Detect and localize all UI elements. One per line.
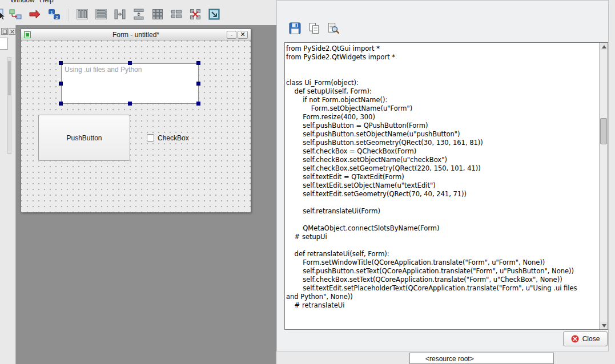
widget-box-dock: [0, 25, 16, 364]
copy-icon: [308, 22, 321, 35]
save-icon: [288, 22, 302, 35]
code-view[interactable]: from PySide2.QtGui import * from PySide2…: [284, 42, 608, 330]
edit-buddies-icon: [28, 7, 42, 21]
selection-handle-top-mid[interactable]: [128, 61, 132, 65]
lay-out-in-form-layout-button[interactable]: [169, 7, 184, 22]
copy-button[interactable]: [307, 21, 321, 35]
lay-out-vertically-button[interactable]: [94, 7, 108, 22]
edit-signals-slots-button[interactable]: [8, 7, 23, 22]
adjust-size-icon: [207, 7, 221, 21]
form-canvas[interactable]: Using .ui files and Python PushButton Ch…: [21, 41, 251, 212]
selection-handle-top-left[interactable]: [59, 61, 63, 65]
float-icon: [2, 29, 7, 34]
dock-close-button[interactable]: [9, 28, 15, 35]
lay-out-vertically-icon: [94, 7, 108, 21]
form-window-title: Form - untitled*: [21, 31, 251, 39]
svg-text:1: 1: [50, 10, 53, 15]
lay-out-horizontally-in-splitter-icon: [113, 7, 127, 21]
arrow-up-icon: [602, 45, 606, 48]
widget-filter-input[interactable]: [0, 38, 8, 50]
close-icon: [10, 29, 15, 34]
menu-window[interactable]: Window: [10, 0, 35, 5]
close-button-label: Close: [582, 335, 600, 343]
qt-designer-screen: Window Help 1: [0, 0, 615, 364]
close-circle-icon: [571, 335, 579, 343]
lay-out-in-grid-button[interactable]: [150, 7, 165, 22]
selection-handle-bottom-right[interactable]: [196, 102, 200, 106]
svg-text:2: 2: [55, 15, 58, 20]
widget-box-scrollbar[interactable]: [7, 57, 11, 154]
save-button[interactable]: [288, 21, 302, 35]
lay-out-horizontally-icon: [75, 7, 89, 21]
code-preview-dialog: from PySide2.QtGui import * from PySide2…: [276, 0, 609, 351]
menubar: Window Help: [0, 0, 276, 5]
pushbutton-widget[interactable]: PushButton: [38, 115, 130, 161]
lay-out-in-form-layout-icon: [170, 7, 183, 21]
lay-out-vertically-in-splitter-icon: [132, 7, 146, 21]
find-button[interactable]: [326, 21, 340, 35]
textedit-widget[interactable]: Using .ui files and Python: [61, 63, 199, 104]
lay-out-in-grid-icon: [151, 7, 164, 21]
scroll-down-button[interactable]: [600, 322, 608, 329]
arrow-down-icon: [602, 324, 606, 327]
checkbox-widget[interactable]: CheckBox: [147, 126, 204, 149]
code-scrollbar-thumb[interactable]: [600, 118, 607, 144]
selection-handle-bottom-left[interactable]: [59, 102, 63, 106]
form-close-button[interactable]: ✕: [238, 31, 248, 39]
selection-handle-mid-right[interactable]: [196, 82, 200, 86]
edit-signals-slots-icon: [9, 7, 22, 21]
break-layout-button[interactable]: [188, 7, 203, 22]
selection-handle-bottom-mid[interactable]: [128, 102, 132, 106]
generated-python-code[interactable]: from PySide2.QtGui import * from PySide2…: [286, 45, 598, 328]
edit-widgets-button[interactable]: [0, 7, 7, 22]
checkbox-indicator[interactable]: [147, 134, 154, 141]
adjust-size-button[interactable]: [207, 7, 222, 22]
scrollbar-thumb[interactable]: [8, 61, 11, 95]
edit-tab-order-button[interactable]: 1 2: [47, 7, 62, 22]
selection-handle-mid-left[interactable]: [59, 82, 63, 86]
dock-float-button[interactable]: [1, 28, 8, 35]
checkbox-label: CheckBox: [158, 134, 189, 142]
find-icon: [327, 22, 340, 35]
resource-root-item[interactable]: <resource root>: [410, 353, 553, 363]
break-layout-icon: [188, 7, 202, 21]
edit-widgets-icon: [0, 7, 7, 21]
scroll-up-button[interactable]: [600, 43, 608, 50]
selection-handle-top-right[interactable]: [196, 61, 200, 65]
lay-out-horizontally-in-splitter-button[interactable]: [112, 7, 127, 22]
toolbar-separator: [68, 9, 69, 21]
form-window-titlebar[interactable]: Form - untitled* - ✕: [21, 29, 251, 41]
main-toolbar: 1 2: [0, 5, 276, 25]
resource-browser: <resource root>: [409, 353, 554, 364]
lay-out-vertically-in-splitter-button[interactable]: [131, 7, 146, 22]
menu-help[interactable]: Help: [39, 0, 54, 5]
edit-tab-order-icon: 1 2: [47, 7, 61, 21]
form-minimize-button[interactable]: -: [227, 31, 236, 39]
form-editor-window: Form - untitled* - ✕ Using .ui files and…: [21, 29, 251, 213]
edit-buddies-button[interactable]: [27, 7, 42, 22]
close-dialog-button[interactable]: Close: [563, 331, 608, 346]
lay-out-horizontally-button[interactable]: [75, 7, 90, 22]
code-scrollbar[interactable]: [599, 43, 608, 329]
mdi-area: Form - untitled* - ✕ Using .ui files and…: [16, 25, 276, 364]
